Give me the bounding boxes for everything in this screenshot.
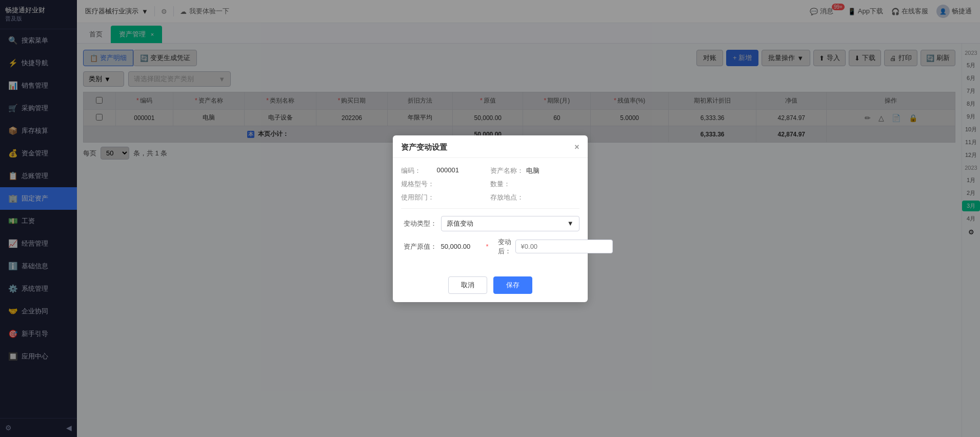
change-type-arrow-icon: ▼: [567, 220, 574, 227]
change-type-select[interactable]: 原值变动 ▼: [441, 216, 579, 231]
code-value: 000001: [437, 166, 459, 175]
change-type-value: 原值变动: [447, 219, 473, 228]
dialog-overlay: 资产变动设置 × 编码： 000001 资产名称： 电脑 规格型号： 数: [0, 0, 980, 437]
dialog-spec-field: 规格型号：: [401, 180, 490, 189]
dialog-body: 编码： 000001 资产名称： 电脑 规格型号： 数量： 使用部门：: [393, 158, 588, 270]
change-type-label: 变动类型：: [401, 219, 437, 228]
original-value-label: 资产原值：: [401, 242, 437, 251]
original-value-row: 资产原值： 50,000.00 * 变动后：: [401, 237, 579, 256]
change-type-row: 变动类型： 原值变动 ▼: [401, 216, 579, 231]
dialog-footer: 取消 保存: [393, 270, 588, 302]
cancel-button[interactable]: 取消: [448, 276, 487, 294]
save-button[interactable]: 保存: [493, 276, 532, 294]
quantity-label: 数量：: [490, 180, 526, 189]
dept-label: 使用部门：: [401, 193, 437, 202]
required-mark: *: [486, 243, 489, 250]
dialog-code-field: 编码： 000001: [401, 166, 490, 175]
dialog-info-grid: 编码： 000001 资产名称： 电脑 规格型号： 数量： 使用部门：: [401, 166, 579, 202]
location-label: 存放地点：: [490, 193, 526, 202]
dialog-quantity-field: 数量：: [490, 180, 579, 189]
after-value-input[interactable]: [515, 240, 613, 253]
code-label: 编码：: [401, 166, 437, 175]
name-label: 资产名称：: [490, 166, 526, 175]
after-label: 变动后：: [498, 237, 511, 256]
dialog-location-field: 存放地点：: [490, 193, 579, 202]
name-value: 电脑: [526, 166, 539, 175]
dialog-dept-field: 使用部门：: [401, 193, 490, 202]
dialog-name-field: 资产名称： 电脑: [490, 166, 579, 175]
dialog-close-btn[interactable]: ×: [574, 143, 579, 152]
dialog-header: 资产变动设置 ×: [393, 135, 588, 158]
asset-change-dialog: 资产变动设置 × 编码： 000001 资产名称： 电脑 规格型号： 数: [393, 135, 588, 302]
original-value-display: 50,000.00: [441, 243, 482, 250]
dialog-divider: [401, 208, 579, 209]
spec-label: 规格型号：: [401, 180, 437, 189]
dialog-title: 资产变动设置: [401, 143, 447, 152]
